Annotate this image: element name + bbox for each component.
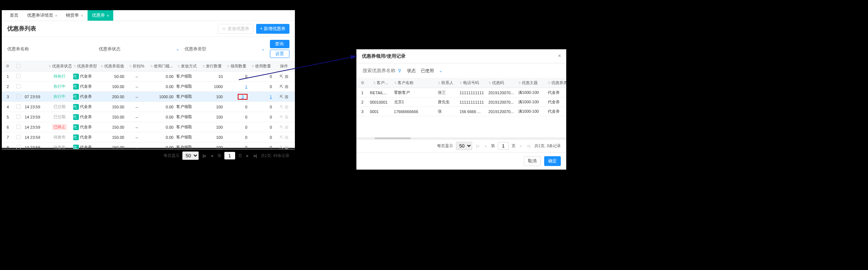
last-page-button[interactable]: >| xyxy=(252,154,258,158)
first-page-button[interactable]: |< xyxy=(202,154,207,158)
modal-status-select[interactable]: 状态 已使用 ⌄ xyxy=(407,68,443,74)
row-checkbox[interactable] xyxy=(14,102,23,112)
per-page-select[interactable]: 50 xyxy=(456,142,472,150)
next-page-button[interactable]: > xyxy=(245,154,249,158)
prev-page-button[interactable]: < xyxy=(210,154,214,158)
table-row[interactable]: 4 14 23:59 已过期 代代金券 150.00 -- 0.00 客户领取 … xyxy=(2,102,295,112)
table-row[interactable]: 7 14 23:59 待发布 代代金券 150.00 -- 0.00 客户领取 … xyxy=(2,132,295,142)
horizontal-scrollbar[interactable] xyxy=(356,137,566,139)
col-use-qty[interactable]: ⇅使用数量 xyxy=(249,61,274,71)
coupon-name-input[interactable] xyxy=(31,45,95,53)
qr-icon[interactable]: ⊞ xyxy=(285,104,288,109)
qr-icon[interactable]: ⊞ xyxy=(285,135,288,140)
close-icon[interactable]: × xyxy=(107,13,109,18)
settings-button[interactable]: 设置 xyxy=(270,50,289,58)
qr-icon[interactable]: ⊞ xyxy=(285,125,288,130)
next-page-button[interactable]: > xyxy=(518,144,523,148)
search-button[interactable]: 查询 xyxy=(270,40,289,48)
qr-icon[interactable]: ⊞ xyxy=(285,84,288,89)
distribute-coupon-button[interactable]: ☺ 发放优惠券 xyxy=(218,24,253,34)
close-icon[interactable]: × xyxy=(558,53,561,59)
share-icon[interactable]: ⇱ xyxy=(280,104,283,109)
col-coupon-topic[interactable]: ⇅优惠主题 xyxy=(517,78,546,88)
qr-icon[interactable]: ⊞ xyxy=(285,145,288,149)
col-phone[interactable]: ⇅电话号码 xyxy=(458,78,487,88)
tab-sales-order[interactable]: 销货单× xyxy=(62,10,87,21)
last-page-button[interactable]: >| xyxy=(526,144,531,148)
col-dist-method[interactable]: ⇅发放方式 xyxy=(175,61,199,71)
col-cust-name[interactable]: ⇅客户名称 xyxy=(393,78,437,88)
checkbox-icon xyxy=(16,125,21,129)
col-issue-qty[interactable]: ⇅发行数量 xyxy=(200,61,224,71)
share-icon[interactable]: ⇱ xyxy=(280,145,283,149)
row-checkbox[interactable] xyxy=(14,132,23,142)
tab-coupon-detail[interactable]: 优惠券详情页× xyxy=(23,10,62,21)
col-checkbox[interactable] xyxy=(14,61,23,71)
close-icon[interactable]: × xyxy=(55,13,57,18)
add-coupon-button[interactable]: + 新增优惠券 xyxy=(256,24,289,34)
row-type: 代代金券 xyxy=(72,122,99,132)
col-discount[interactable]: ⇅折扣% xyxy=(126,61,148,71)
filter-row: 优惠券名称 优惠券状态 ⌄ 优惠券类型 ⌄ 查询 设置 xyxy=(2,37,295,61)
col-gear[interactable]: ⚙ xyxy=(356,78,368,88)
gear-icon: ⚙ xyxy=(6,64,9,68)
tab-home[interactable]: 首页 xyxy=(5,10,23,21)
prev-page-button[interactable]: < xyxy=(483,144,488,148)
row-checkbox[interactable] xyxy=(14,122,23,132)
search-icon[interactable]: ⚲ xyxy=(398,68,401,73)
share-icon[interactable]: ⇱ xyxy=(280,135,283,140)
table-row[interactable]: 8 14 23:59 待发布 代代金券 150.00 -- 0.00 客户领取 … xyxy=(2,142,295,149)
col-cust-code[interactable]: ⇅客户... xyxy=(368,78,392,88)
col-status[interactable]: ⇅优惠券状态 xyxy=(47,61,72,71)
qr-icon[interactable]: ⊞ xyxy=(285,74,288,79)
filter-coupon-name: 优惠券名称 xyxy=(7,45,95,53)
row-checkbox[interactable] xyxy=(14,142,23,149)
page-input[interactable] xyxy=(498,142,509,150)
row-dist-method: 客户领取 xyxy=(175,92,199,102)
share-icon[interactable]: ⇱ xyxy=(280,84,283,89)
col-contact[interactable]: ⇅联系人 xyxy=(436,78,458,88)
table-row[interactable]: 2 00010001 北京1 唐先生 11111111111 201912007… xyxy=(356,97,566,107)
col-gear[interactable]: ⚙ xyxy=(2,61,14,71)
close-icon[interactable]: × xyxy=(81,13,83,18)
table-row[interactable]: 3 0001 17666666666 张 156 6666 ... 201912… xyxy=(356,107,566,116)
claim-qty-link[interactable]: 3 xyxy=(238,94,247,100)
confirm-button[interactable]: 确定 xyxy=(544,156,561,166)
col-coupon-type[interactable]: ⇅优惠券类 xyxy=(546,78,566,88)
col-type[interactable]: ⇅优惠券类型 xyxy=(72,61,99,71)
cancel-button[interactable]: 取消 xyxy=(524,156,541,166)
row-checkbox[interactable] xyxy=(14,82,23,92)
row-checkbox[interactable] xyxy=(14,92,23,102)
qr-icon[interactable]: ⊞ xyxy=(285,94,288,99)
row-checkbox[interactable] xyxy=(14,112,23,122)
claim-qty-link[interactable]: 1 xyxy=(245,84,247,89)
page-input[interactable] xyxy=(224,152,235,159)
row-discount: -- xyxy=(126,112,148,122)
share-icon[interactable]: ⇱ xyxy=(280,94,283,99)
share-icon[interactable]: ⇱ xyxy=(280,125,283,130)
table-row[interactable]: 5 14 23:59 已过期 代代金券 150.00 -- 0.00 客户领取 … xyxy=(2,112,295,122)
qr-icon[interactable]: ⊞ xyxy=(285,115,288,120)
col-claim-qty[interactable]: ⇅领用数量 xyxy=(224,61,249,71)
col-coupon-code[interactable]: ⇅优惠码 xyxy=(487,78,517,88)
table-row[interactable]: 1 RETAIL... 零散客户 张三 11111111111 20191200… xyxy=(356,88,566,97)
table-row[interactable]: 2 执行中 代代金券 100.00 -- 0.00 客户领取 1000 1 0 … xyxy=(2,82,295,92)
filter-coupon-type[interactable]: 优惠券类型 ⌄ xyxy=(185,46,267,52)
filter-coupon-status[interactable]: 优惠券状态 ⌄ xyxy=(99,46,181,52)
share-icon[interactable]: ⇱ xyxy=(280,115,283,120)
first-page-button[interactable]: |< xyxy=(475,144,480,148)
table-row[interactable]: 3 07 23:59 执行中 代代金券 200.00 -- 1000.00 客户… xyxy=(2,92,295,102)
col-face-value[interactable]: ⇅优惠券面值 xyxy=(99,61,126,71)
use-qty-link[interactable]: 1 xyxy=(270,95,272,99)
per-page-select[interactable]: 50 xyxy=(182,151,199,160)
modal-search-input[interactable] xyxy=(362,67,398,74)
col-time[interactable] xyxy=(23,61,47,71)
row-checkbox[interactable] xyxy=(14,71,23,82)
sort-icon: ⇅ xyxy=(101,65,103,68)
share-icon[interactable]: ⇱ xyxy=(280,74,283,79)
col-threshold[interactable]: ⇅使用门槛... xyxy=(148,61,175,71)
table-row[interactable]: 1 待执行 代代金券 50.00 -- 0.00 客户领取 10 0 0 ⇱⊞ xyxy=(2,71,295,82)
table-row[interactable]: 6 14 23:59 已终止 代代金券 150.00 -- 0.00 客户领取 … xyxy=(2,122,295,132)
tab-coupon[interactable]: 优惠券× xyxy=(88,10,113,21)
row-cust-code: RETAIL... xyxy=(368,88,392,97)
